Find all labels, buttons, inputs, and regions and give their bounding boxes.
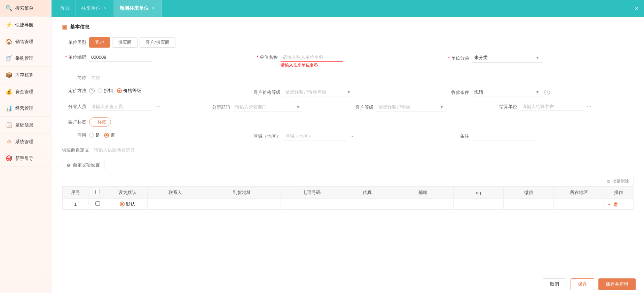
address-input[interactable]	[221, 202, 263, 207]
phone-input[interactable]	[296, 202, 327, 207]
sidebar-item-finance[interactable]: 💰 资金管理	[0, 83, 51, 100]
cell-contact[interactable]	[147, 199, 203, 210]
row-checkbox[interactable]	[95, 201, 100, 206]
col-action: 操作	[604, 187, 633, 199]
add-tag-button[interactable]: + 标签	[89, 117, 111, 127]
sidebar-item-basic-info[interactable]: 📋 基础信息	[0, 117, 51, 133]
col-phone: 电话号码	[281, 187, 342, 199]
add-row-btn[interactable]: +	[607, 201, 611, 207]
manager-more-btn[interactable]: ···	[155, 104, 162, 110]
customer-level-select[interactable]: 请选择客户等级 ▼	[376, 103, 446, 112]
sales-icon: 🏠	[6, 38, 13, 45]
manager-input[interactable]	[89, 103, 152, 111]
payment-terms-select[interactable]: 现结 ▼	[472, 88, 542, 97]
disable-yes-option[interactable]: 是	[89, 132, 100, 138]
region-more-btn[interactable]: ···	[349, 133, 356, 139]
settlement-more-btn[interactable]: ···	[586, 104, 593, 110]
cell-phone[interactable]	[281, 199, 342, 210]
wechat-input[interactable]	[517, 202, 541, 207]
sidebar-item-purchase[interactable]: 🛒 采购管理	[0, 50, 51, 67]
qq-input[interactable]	[466, 202, 491, 207]
pricing-level-option[interactable]: 价格等级	[117, 88, 141, 94]
cell-region[interactable]	[554, 199, 604, 210]
supplier-custom-input[interactable]	[92, 146, 189, 154]
disable-field: 停用 是 否	[62, 132, 251, 138]
row-region-input[interactable]	[567, 202, 591, 207]
unit-name-field: 单位名称	[253, 53, 442, 62]
tab-home[interactable]: 首页	[54, 0, 76, 17]
unit-category-field: 单位分类 未分类 ▼	[445, 53, 634, 63]
cancel-button[interactable]: 取消	[543, 278, 566, 290]
sidebar-item-label: 搜索菜单	[15, 5, 33, 11]
save-and-new-button[interactable]: 保存并新增	[598, 278, 636, 290]
unit-type-group: 客户 供应商 客户/供应商	[89, 37, 175, 48]
delete-row-btn[interactable]: 🗑	[613, 201, 619, 207]
batch-delete-label: 批量删除	[612, 178, 629, 184]
customer-price-level-value: 请选择客户价格等级	[285, 89, 347, 95]
disable-radio-group: 是 否	[89, 132, 115, 138]
cell-qq[interactable]	[453, 199, 503, 210]
tab-trade-units-close[interactable]: ×	[103, 5, 108, 11]
tab-new-trade-unit-close[interactable]: ×	[151, 5, 156, 11]
unit-name-input[interactable]	[281, 53, 343, 62]
email-input[interactable]	[407, 202, 439, 207]
customer-level-field: 客户等级 请选择客户等级 ▼	[349, 103, 490, 112]
customer-price-level-field: 客户价格等级 请选择客户价格等级 ▼	[253, 88, 442, 97]
purchase-icon: 🛒	[6, 55, 13, 62]
unit-code-input[interactable]	[89, 53, 152, 62]
sidebar-item-system[interactable]: ⚙ 系统管理	[0, 133, 51, 150]
region-input[interactable]	[283, 132, 346, 140]
default-radio[interactable]	[120, 202, 125, 206]
contact-input[interactable]	[161, 202, 189, 207]
sidebar-item-search[interactable]: 🔍 搜索菜单	[0, 0, 51, 17]
department-field: 分管部门 请输入分管部门 ▼	[206, 103, 347, 112]
cell-fax[interactable]	[342, 199, 392, 210]
short-name-field: 简称	[62, 74, 634, 82]
pricing-discount-option[interactable]: 折扣	[97, 88, 113, 94]
customer-level-value: 请选择客户等级	[378, 104, 440, 110]
payment-terms-help-icon[interactable]: ?	[544, 90, 550, 95]
remarks-field: 备注	[445, 132, 634, 140]
settings-gear-icon: ⚙	[66, 163, 71, 168]
supplier-custom-row: 供应商自定义	[62, 146, 634, 154]
customer-price-level-select[interactable]: 请选择客户价格等级 ▼	[283, 88, 353, 97]
department-select[interactable]: 请输入分管部门 ▼	[233, 103, 303, 112]
window-close-button[interactable]: ×	[632, 3, 641, 14]
short-name-input[interactable]	[89, 74, 152, 82]
unit-btn-customer[interactable]: 客户	[89, 37, 110, 48]
disable-yes-radio	[89, 133, 94, 138]
pricing-help-icon[interactable]: ?	[89, 88, 95, 93]
sidebar-item-guide[interactable]: 🎯 新手引导	[0, 150, 51, 167]
sidebar-item-label: 新手引导	[15, 155, 33, 162]
settlement-input[interactable]	[520, 103, 583, 111]
sidebar-item-sales[interactable]: 🏠 销售管理	[0, 33, 51, 50]
department-arrow: ▼	[296, 105, 300, 109]
select-all-checkbox[interactable]	[95, 190, 100, 194]
unit-category-select[interactable]: 未分类 ▼	[472, 53, 542, 63]
unit-name-error: 请输入往来单位名称	[281, 62, 442, 68]
tab-trade-units[interactable]: 往来单位 ×	[76, 0, 114, 17]
disable-no-radio	[104, 133, 109, 138]
cell-email[interactable]	[392, 199, 454, 210]
remarks-input[interactable]	[472, 132, 535, 140]
section-title-basic-info: ▣ 基本信息	[62, 24, 634, 30]
cell-address[interactable]	[203, 199, 281, 210]
tab-new-trade-unit[interactable]: 新增往来单位 ×	[114, 0, 162, 17]
custom-settings-button[interactable]: ⚙ 自定义项设置	[62, 160, 104, 170]
sidebar-item-operations[interactable]: 📊 经营管理	[0, 100, 51, 117]
unit-btn-both[interactable]: 客户/供应商	[140, 37, 175, 48]
disable-no-option[interactable]: 否	[104, 132, 115, 138]
save-button[interactable]: 保存	[571, 278, 594, 290]
cell-checkbox[interactable]	[88, 199, 107, 210]
col-checkbox[interactable]	[88, 187, 107, 199]
col-qq: qq	[453, 187, 503, 199]
batch-delete-btn[interactable]: 🗑 批量删除	[607, 178, 629, 184]
bottom-action-bar: 取消 保存 保存并新增	[52, 275, 644, 293]
fax-input[interactable]	[355, 202, 379, 207]
inventory-icon: 📦	[6, 72, 13, 78]
sidebar-item-inventory[interactable]: 📦 库存核算	[0, 67, 51, 83]
sidebar-item-quick-nav[interactable]: ⚡ 快捷导航	[0, 17, 51, 33]
unit-btn-supplier[interactable]: 供应商	[112, 37, 138, 48]
cell-wechat[interactable]	[504, 199, 554, 210]
table-row: 1 默认	[63, 199, 633, 210]
